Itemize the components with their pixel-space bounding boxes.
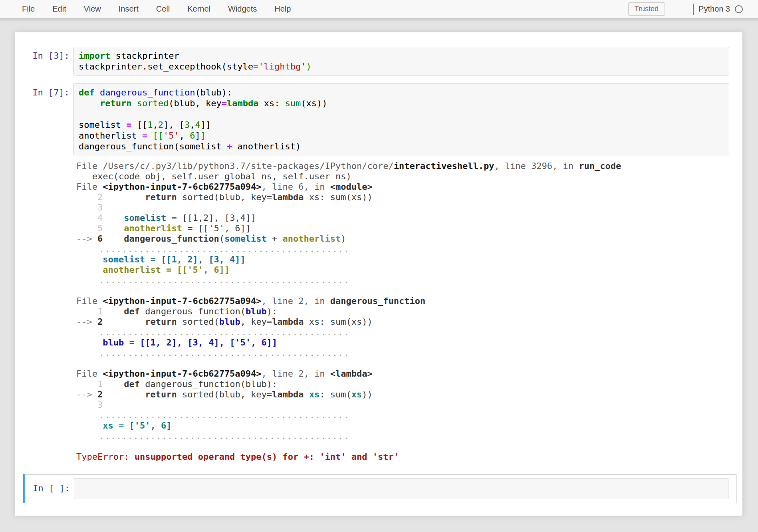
menu-item-edit[interactable]: Edit — [52, 4, 66, 14]
input-prompt: In [7]: — [15, 83, 73, 97]
menu-item-cell[interactable]: Cell — [156, 4, 170, 14]
output-area: File /Users/c/.py3/lib/python3.7/site-pa… — [15, 161, 742, 462]
cell-2-code: def dangerous_function(blub): return sor… — [79, 87, 724, 152]
menu-item-file[interactable]: File — [22, 4, 35, 14]
empty-code-editor[interactable] — [74, 478, 728, 499]
code-cell-1: In [3]: import stackprinter stackprinter… — [15, 47, 742, 75]
menu-item-insert[interactable]: Insert — [119, 4, 139, 14]
output-prompt-spacer — [15, 161, 73, 462]
code-editor-2[interactable]: def dangerous_function(blub): return sor… — [73, 83, 729, 155]
menubar-right: Trusted Python 3 — [628, 2, 748, 16]
code-cell-2: In [7]: def dangerous_function(blub): re… — [15, 83, 742, 155]
empty-code-cell-selected[interactable]: In [ ]: — [23, 474, 736, 503]
menu-bar: FileEditViewInsertCellKernelWidgetsHelp … — [0, 0, 758, 18]
stacktrace-output: File /Users/c/.py3/lib/python3.7/site-pa… — [73, 161, 742, 462]
menu-items: FileEditViewInsertCellKernelWidgetsHelp — [22, 4, 291, 14]
menu-item-widgets[interactable]: Widgets — [228, 4, 257, 14]
kernel-separator — [693, 4, 694, 15]
notebook-background: In [3]: import stackprinter stackprinter… — [0, 18, 758, 532]
menu-item-kernel[interactable]: Kernel — [187, 4, 210, 14]
kernel-name-label: Python 3 — [698, 4, 730, 14]
menu-item-view[interactable]: View — [84, 4, 101, 14]
notebook-container: In [3]: import stackprinter stackprinter… — [15, 32, 743, 516]
trusted-button[interactable]: Trusted — [628, 2, 665, 16]
input-prompt: In [ ]: — [25, 478, 74, 493]
input-prompt: In [3]: — [15, 47, 73, 61]
code-editor-1[interactable]: import stackprinter stackprinter.set_exc… — [73, 47, 729, 75]
menu-item-help[interactable]: Help — [274, 4, 291, 14]
cell-1-code: import stackprinter stackprinter.set_exc… — [79, 50, 724, 72]
kernel-status-icon — [735, 5, 743, 13]
